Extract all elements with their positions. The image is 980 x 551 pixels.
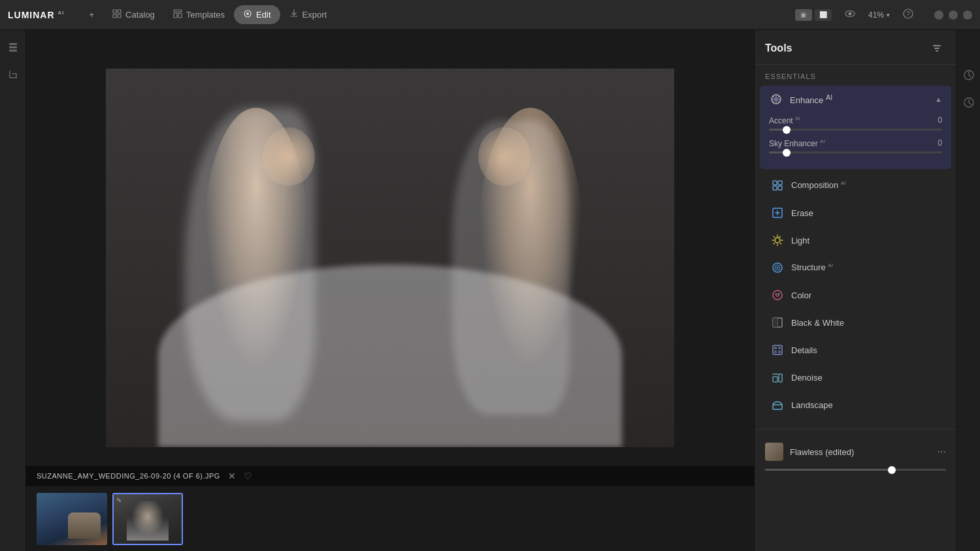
right-edge-panel — [956, 30, 980, 551]
export-tab[interactable]: Export — [280, 5, 336, 24]
black-white-label: Black & White — [791, 318, 844, 328]
erase-label: Erase — [791, 208, 813, 218]
maximize-button[interactable]: □ — [949, 10, 958, 20]
thumbnail-2[interactable]: ✎ — [112, 493, 183, 545]
photo-display — [106, 69, 674, 447]
canvas-area: SUZANNE_AMY_WEDDING_26-09-20 (4 OF 6).JP… — [26, 30, 754, 551]
edit-indicator-icon: ✎ — [116, 497, 122, 504]
enhance-icon — [769, 92, 783, 106]
zoom-caret-icon: ▾ — [887, 12, 890, 18]
favorite-btn[interactable]: ♡ — [244, 471, 252, 481]
sky-enhancer-value: 0 — [938, 138, 942, 148]
svg-rect-38 — [774, 351, 777, 353]
svg-rect-5 — [174, 13, 177, 18]
edit-icon — [243, 9, 252, 20]
panel-header: Tools — [755, 30, 956, 65]
composition-icon — [770, 178, 785, 193]
catalog-icon — [112, 9, 122, 20]
svg-point-20 — [774, 97, 778, 101]
clock-icon[interactable] — [963, 97, 975, 111]
preset-slider-thumb[interactable] — [888, 466, 896, 474]
svg-rect-14 — [9, 46, 17, 48]
svg-rect-18 — [936, 50, 938, 52]
denoise-icon — [770, 370, 785, 385]
denoise-tool[interactable]: Denoise — [760, 364, 951, 390]
preset-slider-track[interactable] — [765, 469, 946, 471]
accent-slider-thumb[interactable] — [783, 126, 791, 134]
svg-rect-2 — [113, 14, 116, 18]
enhance-tool-header[interactable]: Enhance AI ▲ — [760, 86, 951, 113]
filmstrip: ✎ — [26, 486, 754, 551]
window-controls: − □ ✕ — [934, 10, 972, 20]
accent-value: 0 — [938, 116, 942, 125]
color-tool[interactable]: Color — [760, 282, 951, 308]
edit-label: Edit — [256, 10, 270, 20]
view-single-btn[interactable]: ▣ — [795, 9, 812, 21]
svg-rect-36 — [774, 347, 777, 349]
sky-enhancer-slider-row: Sky Enhancer AI 0 — [769, 138, 942, 153]
help-btn[interactable]: ? — [898, 6, 919, 24]
svg-rect-6 — [178, 13, 182, 18]
edit-tab[interactable]: Edit — [234, 5, 280, 24]
svg-rect-34 — [773, 318, 777, 327]
svg-text:?: ? — [906, 10, 910, 18]
titlebar-right: ▣ ⬜ 41% ▾ ? — [795, 6, 972, 24]
plus-icon: + — [89, 10, 94, 20]
accent-label: Accent AI — [769, 116, 800, 125]
erase-tool[interactable]: Erase — [760, 200, 951, 226]
preset-more-btn[interactable]: ··· — [938, 446, 946, 458]
close-button[interactable]: ✕ — [963, 10, 972, 20]
app-logo: LUMINAR AI — [8, 10, 64, 20]
black-white-tool[interactable]: Black & White — [760, 309, 951, 336]
essentials-label: Essentials — [755, 65, 956, 84]
svg-rect-21 — [773, 181, 777, 185]
svg-rect-37 — [778, 347, 781, 349]
catalog-tab[interactable]: Catalog — [103, 5, 164, 24]
close-file-btn[interactable]: ✕ — [228, 471, 236, 481]
accent-slider-row: Accent AI 0 — [769, 116, 942, 131]
export-label: Export — [302, 10, 327, 20]
svg-point-32 — [778, 293, 780, 295]
svg-rect-3 — [118, 14, 121, 18]
svg-rect-17 — [934, 48, 939, 49]
main-image — [106, 69, 674, 447]
svg-rect-1 — [118, 10, 121, 13]
minimize-button[interactable]: − — [934, 10, 943, 20]
left-sidebar — [0, 30, 26, 551]
thumbnail-1[interactable] — [37, 493, 107, 545]
preset-slider[interactable] — [765, 469, 946, 471]
export-icon — [289, 9, 299, 20]
enhance-tool-expanded: Enhance AI ▲ Accent AI 0 — [760, 86, 951, 169]
svg-rect-4 — [174, 10, 182, 12]
add-button[interactable]: + — [80, 6, 103, 24]
svg-rect-42 — [773, 405, 782, 409]
view-split-btn[interactable]: ⬜ — [815, 9, 832, 21]
svg-rect-13 — [9, 43, 17, 45]
preset-thumbnail — [765, 443, 783, 461]
catalog-label: Catalog — [125, 10, 155, 20]
preset-name: Flawless (edited) — [790, 447, 931, 457]
layers-icon[interactable] — [4, 38, 22, 56]
help-icon: ? — [903, 8, 913, 21]
zoom-control[interactable]: 41% ▾ — [868, 10, 890, 20]
preview-btn[interactable] — [840, 6, 860, 24]
structure-tool[interactable]: Structure AI — [760, 255, 951, 281]
landscape-tool[interactable]: Landscape — [760, 392, 951, 418]
templates-tab[interactable]: Templates — [164, 5, 234, 24]
details-tool[interactable]: Details — [760, 337, 951, 363]
light-icon — [770, 233, 785, 247]
denoise-label: Denoise — [791, 373, 823, 383]
sky-enhancer-slider-thumb[interactable] — [783, 149, 791, 157]
color-icon — [770, 288, 785, 302]
panel-filter-btn[interactable] — [928, 39, 946, 57]
composition-label: Composition AI — [791, 180, 845, 190]
sky-enhancer-slider-track[interactable] — [769, 151, 942, 153]
landscape-icon — [770, 398, 785, 412]
accent-slider-track[interactable] — [769, 129, 942, 131]
history-icon[interactable] — [963, 69, 975, 84]
composition-tool[interactable]: Composition AI — [760, 172, 951, 198]
crop-icon[interactable] — [4, 67, 22, 85]
templates-icon — [173, 9, 182, 20]
tools-panel: Tools Essentials Enh — [754, 30, 956, 551]
light-tool[interactable]: Light — [760, 227, 951, 253]
